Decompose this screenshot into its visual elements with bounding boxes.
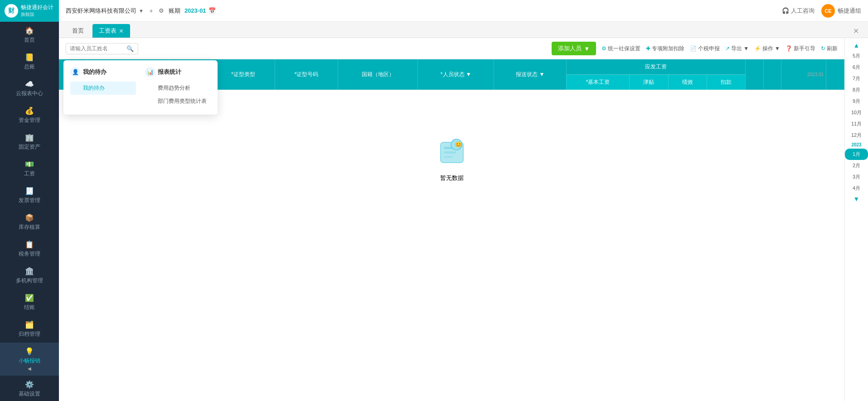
refresh-button[interactable]: ↻ 刷新 [821, 45, 838, 53]
operations-button[interactable]: ⚡ 操作 ▼ [754, 45, 780, 53]
col-id-type: *证型类型 [212, 59, 275, 90]
sidebar-item-general-ledger[interactable]: 📒 总账 [0, 48, 59, 75]
period-label: 账期 [169, 7, 180, 15]
sidebar-item-inventory[interactable]: 📦 库存核算 [0, 209, 59, 236]
export-button[interactable]: ↗ 导出 ▼ [725, 45, 749, 53]
service-button[interactable]: 🎧 人工咨询 [782, 7, 815, 15]
new-guide-button[interactable]: ❓ 新手引导 [786, 45, 815, 53]
logo-sub: 旗舰版 [21, 11, 53, 18]
calendar-icon: 📅 [209, 7, 216, 14]
timeline-next-button[interactable]: ▼ [852, 194, 861, 204]
sidebar-item-multi-org[interactable]: 🏛️ 多机构管理 [0, 262, 59, 289]
timeline-month-11[interactable]: 11月 [845, 118, 868, 130]
add-person-button[interactable]: 添加人员 ▼ [552, 42, 596, 55]
tax-report-button[interactable]: 📄 个税申报 [690, 45, 720, 53]
expense-type-label: 部门费用类型统计表 [158, 98, 207, 104]
sidebar-item-invoice-mgmt[interactable]: 🧾 发票管理 [0, 182, 59, 209]
empty-illustration: 😊 [434, 133, 470, 169]
col-nationality: 国籍（地区） [338, 59, 418, 90]
settlement-icon: ✅ [25, 294, 34, 302]
social-security-label: 统一社保设置 [608, 45, 640, 53]
sidebar-item-basic-settings[interactable]: ⚙️ 基础设置 [0, 376, 59, 401]
social-security-button[interactable]: ⚙ 统一社保设置 [601, 45, 640, 53]
sidebar-item-label: 归档管理 [19, 330, 40, 338]
app-logo: 财 畅捷通好会计 旗舰版 [0, 0, 59, 22]
sidebar-item-settlement[interactable]: ✅ 结账 [0, 289, 59, 316]
empty-text: 暂无数据 [440, 174, 464, 182]
col-report-status[interactable]: 报送状态 ▼ [494, 59, 566, 90]
avatar: CE [821, 4, 835, 18]
timeline-month-10[interactable]: 10月 [845, 107, 868, 118]
sidebar-item-archive-mgmt[interactable]: 🗂️ 归档管理 [0, 316, 59, 343]
timeline-month-5[interactable]: 5月 [845, 50, 868, 62]
timeline-month-3[interactable]: 3月 [845, 171, 868, 183]
operations-label: 操作 [762, 45, 773, 53]
sidebar-item-mini-expense[interactable]: 💡 小畅报销 ◀ [0, 343, 59, 376]
company-selector[interactable]: 西安虾米网络科技有限公司 ▼ [66, 7, 144, 15]
ledger-icon: 📒 [25, 53, 34, 62]
dropdown-item-expense-trend[interactable]: 费用趋势分析 [145, 82, 211, 95]
timeline-month-6[interactable]: 6月 [845, 62, 868, 73]
sidebar-item-label: 结账 [24, 304, 35, 311]
user-info: CE 畅捷通组 [821, 4, 861, 18]
settings-button[interactable]: ⚙ [159, 7, 164, 14]
svg-text:😊: 😊 [455, 141, 462, 148]
timeline-month-2[interactable]: 2月 [845, 160, 868, 171]
tab-home[interactable]: 首页 [66, 24, 90, 38]
sidebar-item-tax-mgmt[interactable]: 📋 税务管理 [0, 236, 59, 262]
tab-salary[interactable]: 工资表 ✕ [92, 24, 130, 38]
close-button[interactable]: ✕ [851, 24, 861, 38]
sidebar: 财 畅捷通好会计 旗舰版 🏠 首页 📒 总账 ☁️ 云报表中心 💰 资金管理 🏢… [0, 0, 59, 401]
toolbar-right: 添加人员 ▼ ⚙ 统一社保设置 ✚ 专项附加扣除 📄 个税申报 [552, 42, 838, 55]
dropdown-col-report-title: 📊 报表统计 [145, 67, 211, 77]
timeline-month-7[interactable]: 7月 [845, 73, 868, 84]
sidebar-item-label: 税务管理 [19, 250, 40, 258]
service-label: 人工咨询 [791, 7, 815, 15]
add-company-button[interactable]: ＋ [148, 7, 154, 15]
sidebar-item-cloud-report[interactable]: ☁️ 云报表中心 [0, 75, 59, 102]
col-basic-salary: *基本工资 [566, 75, 629, 90]
tab-home-label: 首页 [72, 27, 84, 34]
sidebar-item-home[interactable]: 🏠 首页 [0, 22, 59, 48]
col-person-status[interactable]: *人员状态 ▼ [418, 59, 494, 90]
search-wrap: 🔍 [66, 43, 138, 54]
special-deduct-button[interactable]: ✚ 专项附加扣除 [646, 45, 684, 53]
sidebar-nav: 🏠 首页 📒 总账 ☁️ 云报表中心 💰 资金管理 🏢 固定资产 💵 工资 🧾 … [0, 22, 59, 401]
timeline-month-8[interactable]: 8月 [845, 84, 868, 96]
operations-icon: ⚡ [754, 45, 761, 52]
sidebar-item-label: 总账 [24, 63, 35, 71]
tax-report-icon: 📄 [690, 45, 697, 52]
dropdown-item-expense-type[interactable]: 部门费用类型统计表 [145, 95, 211, 108]
search-input[interactable] [70, 45, 124, 52]
export-label: 导出 [731, 45, 742, 53]
col-year-header: 2023.01 [781, 59, 826, 90]
search-icon: 🔍 [126, 45, 134, 52]
social-icon: ⚙ [601, 45, 606, 52]
dropdown-col-todo-title: 👤 我的待办 [70, 67, 136, 77]
logo-icon: 财 [5, 4, 18, 18]
dropdown-item-todo[interactable]: 我的待办 [70, 82, 136, 95]
timeline-month-12[interactable]: 12月 [845, 130, 868, 141]
fund-icon: 💰 [25, 106, 34, 115]
sidebar-item-label: 资金管理 [19, 116, 40, 124]
timeline-prev-button[interactable]: ▲ [852, 40, 861, 50]
col-id-number: *证型号码 [275, 59, 338, 90]
sidebar-item-fund-mgmt[interactable]: 💰 资金管理 [0, 102, 59, 129]
sidebar-item-fixed-assets[interactable]: 🏢 固定资产 [0, 129, 59, 155]
sidebar-item-label: 工资 [24, 170, 35, 178]
sidebar-item-salary[interactable]: 💵 工资 [0, 155, 59, 182]
report-title-label: 报表统计 [158, 68, 181, 76]
timeline-month-4[interactable]: 4月 [845, 183, 868, 194]
tab-salary-label: 工资表 [99, 27, 116, 35]
todo-item-label: 我的待办 [83, 85, 105, 91]
timeline-month-1[interactable]: 1月 [845, 149, 868, 160]
sidebar-item-label: 固定资产 [19, 143, 40, 151]
dropdown-col-todo: 👤 我的待办 我的待办 [70, 67, 136, 108]
timeline-month-9[interactable]: 9月 [845, 96, 868, 107]
col-salary-group: 应发工资 [566, 59, 745, 75]
topbar-right: 🎧 人工咨询 CE 畅捷通组 [782, 4, 861, 18]
dropdown-col-report: 📊 报表统计 费用趋势分析 部门费用类型统计表 [145, 67, 211, 108]
new-guide-label: 新手引导 [794, 45, 815, 53]
tab-close-icon[interactable]: ✕ [119, 28, 124, 34]
org-icon: 🏛️ [25, 267, 34, 275]
